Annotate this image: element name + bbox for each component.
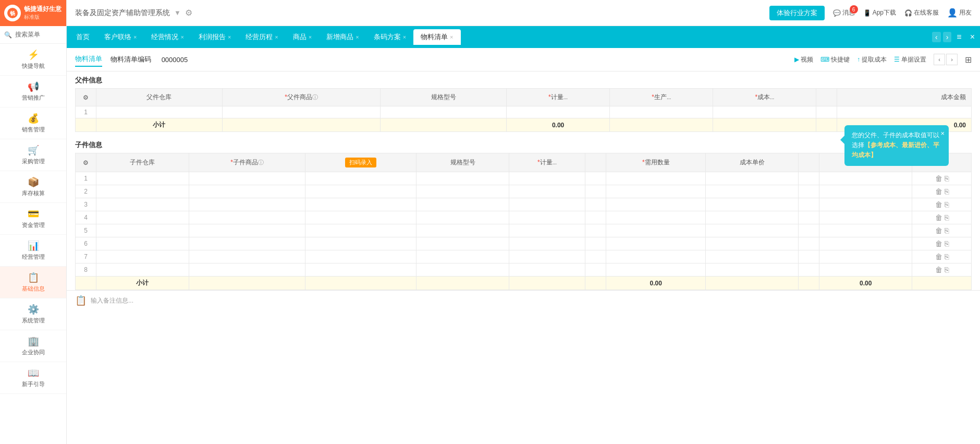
child-row-6-qty[interactable] xyxy=(606,237,705,250)
child-row-1-goods[interactable] xyxy=(189,172,305,185)
child-row-7-qty[interactable] xyxy=(606,250,705,263)
child-row-2-qty[interactable] xyxy=(606,185,705,198)
tab-profit-close[interactable]: × xyxy=(228,34,231,40)
sidebar-item-basic[interactable]: 📋 基础信息 xyxy=(0,267,66,298)
tab-bom[interactable]: 物料清单 × xyxy=(413,29,460,45)
child-row-3-spec[interactable] xyxy=(416,198,509,211)
online-service-item[interactable]: 🎧 在线客服 xyxy=(904,8,939,17)
sidebar-item-sales[interactable]: 💰 销售管理 xyxy=(0,107,66,139)
tab-bom-close[interactable]: × xyxy=(450,34,453,40)
parent-row-1-goods[interactable] xyxy=(222,106,381,118)
child-row-5-goods[interactable] xyxy=(189,224,305,237)
child-row-7-delete-icon[interactable]: 🗑 xyxy=(935,253,942,261)
search-menu-item[interactable]: 🔍 搜索菜单 xyxy=(0,26,66,44)
tab-history[interactable]: 经营历程 × xyxy=(238,29,285,45)
subnav-bom-list[interactable]: 物料清单 xyxy=(75,52,102,67)
child-row-3-qty[interactable] xyxy=(606,198,705,211)
tab-close-all[interactable]: × xyxy=(967,31,978,43)
tooltip-close-btn[interactable]: × xyxy=(940,128,945,139)
child-row-7-goods[interactable] xyxy=(189,250,305,263)
messages-item[interactable]: 💬 消息 6 xyxy=(833,8,855,17)
child-row-8-copy-icon[interactable]: ⎘ xyxy=(945,266,949,274)
child-row-1-warehouse[interactable] xyxy=(96,172,189,185)
sidebar-item-purchase[interactable]: 🛒 采购管理 xyxy=(0,139,66,171)
child-row-5-copy-icon[interactable]: ⎘ xyxy=(945,226,949,235)
child-row-6-copy-icon[interactable]: ⎘ xyxy=(945,239,949,248)
child-row-4-delete-icon[interactable]: 🗑 xyxy=(935,213,942,222)
child-row-4-qty[interactable] xyxy=(606,211,705,224)
parent-row-1-spec[interactable] xyxy=(381,106,507,118)
child-row-4-unit-cost[interactable] xyxy=(706,211,799,224)
parent-row-1-produce[interactable] xyxy=(610,106,713,118)
tab-new-goods[interactable]: 新增商品 × xyxy=(319,29,366,45)
child-row-8-unit-cost[interactable] xyxy=(706,263,799,277)
child-row-3-goods[interactable] xyxy=(189,198,305,211)
cost-btn[interactable]: ↑ 提取成本 xyxy=(857,55,887,64)
subnav-bom-code[interactable]: 物料清单编码 xyxy=(111,53,151,66)
child-row-7-unit[interactable] xyxy=(509,250,585,263)
child-row-2-copy-icon[interactable]: ⎘ xyxy=(945,187,949,196)
nav-prev-btn[interactable]: ‹ xyxy=(934,54,945,65)
child-row-5-warehouse[interactable] xyxy=(96,224,189,237)
child-row-6-goods[interactable] xyxy=(189,237,305,250)
tab-operations[interactable]: 经营情况 × xyxy=(144,29,191,45)
sidebar-item-finance[interactable]: 💳 资金管理 xyxy=(0,203,66,235)
tab-barcode-close[interactable]: × xyxy=(403,34,406,40)
child-row-2-warehouse[interactable] xyxy=(96,185,189,198)
child-row-2-spec[interactable] xyxy=(416,185,509,198)
child-row-6-warehouse[interactable] xyxy=(96,237,189,250)
settings-gear-icon[interactable]: ⚙ xyxy=(185,8,192,18)
child-col-scan[interactable]: 扫码录入 xyxy=(305,153,416,172)
trial-button[interactable]: 体验行业方案 xyxy=(769,6,825,20)
parent-row-1-cost[interactable] xyxy=(713,106,816,118)
child-row-8-qty[interactable] xyxy=(606,263,705,277)
child-row-8-spec[interactable] xyxy=(416,263,509,277)
child-row-2-goods[interactable] xyxy=(189,185,305,198)
view-btn[interactable]: ▶ 视频 xyxy=(794,55,813,64)
child-row-7-spec[interactable] xyxy=(416,250,509,263)
child-row-4-goods[interactable] xyxy=(189,211,305,224)
child-row-2-unit[interactable] xyxy=(509,185,585,198)
child-row-1-delete-icon[interactable]: 🗑 xyxy=(935,174,942,183)
tab-barcode[interactable]: 条码方案 × xyxy=(366,29,413,45)
child-row-3-unit[interactable] xyxy=(509,198,585,211)
sidebar-item-system[interactable]: ⚙️ 系统管理 xyxy=(0,298,66,330)
child-row-6-spec[interactable] xyxy=(416,237,509,250)
parent-col-settings[interactable]: ⚙ xyxy=(76,89,96,106)
child-row-7-copy-icon[interactable]: ⎘ xyxy=(945,253,949,261)
child-row-5-unit[interactable] xyxy=(509,224,585,237)
tab-profit[interactable]: 利润报告 × xyxy=(191,29,238,45)
tab-new-goods-close[interactable]: × xyxy=(356,34,359,40)
tab-scroll-right[interactable]: › xyxy=(943,32,952,42)
child-row-6-unit-cost[interactable] xyxy=(706,237,799,250)
child-row-8-delete-icon[interactable]: 🗑 xyxy=(935,266,942,274)
sidebar-item-marketing[interactable]: 📢 营销推广 xyxy=(0,76,66,107)
scan-button[interactable]: 扫码录入 xyxy=(345,158,376,167)
setting-btn[interactable]: ☰ 单据设置 xyxy=(894,55,926,64)
sidebar-item-enterprise[interactable]: 🏢 企业协同 xyxy=(0,330,66,362)
tab-menu-icon[interactable]: ≡ xyxy=(953,31,964,43)
tab-operations-close[interactable]: × xyxy=(180,34,183,40)
child-row-2-unit-cost[interactable] xyxy=(706,185,799,198)
tab-customer-close[interactable]: × xyxy=(133,34,137,40)
tab-goods-close[interactable]: × xyxy=(309,34,312,40)
sidebar-item-inventory[interactable]: 📦 库存核算 xyxy=(0,171,66,203)
child-row-4-spec[interactable] xyxy=(416,211,509,224)
nav-next-btn[interactable]: › xyxy=(946,54,958,65)
child-row-6-unit[interactable] xyxy=(509,237,585,250)
child-row-5-spec[interactable] xyxy=(416,224,509,237)
child-row-3-unit-cost[interactable] xyxy=(706,198,799,211)
columns-icon[interactable]: ⊞ xyxy=(965,55,972,65)
app-download-item[interactable]: 📱 App下载 xyxy=(863,8,896,17)
dropdown-arrow[interactable]: ▼ xyxy=(174,9,181,17)
child-row-1-copy-icon[interactable]: ⎘ xyxy=(945,174,949,183)
sidebar-item-quicknav[interactable]: ⚡ 快捷导航 xyxy=(0,44,66,76)
shortcut-btn[interactable]: ⌨ 快捷键 xyxy=(820,55,850,64)
child-row-8-unit[interactable] xyxy=(509,263,585,277)
parent-row-1-warehouse[interactable] xyxy=(96,106,223,118)
child-row-1-unit[interactable] xyxy=(509,172,585,185)
child-row-8-warehouse[interactable] xyxy=(96,263,189,277)
child-row-7-unit-cost[interactable] xyxy=(706,250,799,263)
child-row-3-delete-icon[interactable]: 🗑 xyxy=(935,200,942,209)
parent-row-1-unit[interactable] xyxy=(507,106,610,118)
